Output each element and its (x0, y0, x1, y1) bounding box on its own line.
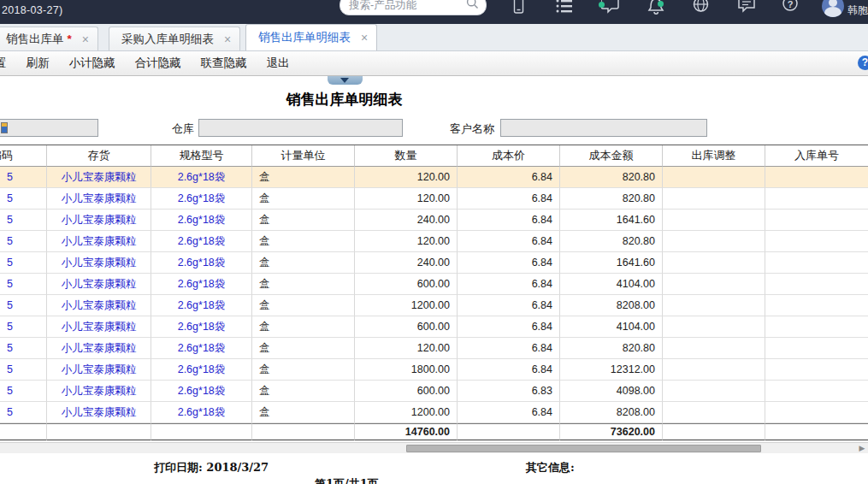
table-cell-link[interactable]: 小儿宝泰康颗粒 (47, 295, 151, 316)
table-cell: 1641.60 (560, 252, 663, 274)
table-cell-link[interactable]: 小儿宝泰康颗粒 (47, 274, 151, 295)
settings-button[interactable]: 置 (0, 54, 10, 73)
table-cell: 盒 (252, 359, 355, 381)
table-cell-link[interactable]: 小儿宝泰康颗粒 (47, 252, 151, 274)
table-cell: 240.00 (355, 252, 458, 274)
table-cell-link[interactable]: 小儿宝泰康颗粒 (47, 167, 151, 188)
table-row[interactable]: 5小儿宝泰康颗粒2.6g*18袋盒1200.006.848208.00 (0, 402, 868, 423)
tab-sales-outbound-detail[interactable]: 销售出库单明细表 × (245, 24, 377, 50)
table-row[interactable]: 5小儿宝泰康颗粒2.6g*18袋盒600.006.844104.00 (0, 316, 868, 338)
table-cell: 盒 (252, 231, 355, 252)
mobile-icon[interactable] (512, 0, 525, 15)
table-cell-link[interactable]: 小儿宝泰康颗粒 (47, 359, 151, 381)
message-badge (599, 2, 605, 8)
globe-icon[interactable] (693, 0, 709, 15)
table-row[interactable]: 5小儿宝泰康颗粒2.6g*18袋盒240.006.841641.60 (0, 252, 868, 274)
table-cell-link[interactable]: 小儿宝泰康颗粒 (47, 231, 151, 252)
warehouse-input[interactable] (198, 119, 403, 137)
tab-close-icon[interactable]: × (361, 31, 368, 44)
table-cell-link[interactable]: 5 (0, 316, 47, 338)
user-avatar[interactable] (822, 0, 844, 17)
search-input[interactable]: 搜索-产品功能 (349, 0, 466, 13)
table-cell: 盒 (252, 188, 355, 210)
table-cell (765, 231, 868, 252)
search-box[interactable]: 搜索-产品功能 (340, 0, 487, 15)
horizontal-scrollbar[interactable]: ▶ (0, 442, 868, 453)
scrollbar-right-arrow-icon[interactable]: ▶ (857, 444, 867, 453)
table-cell-link[interactable]: 小儿宝泰康颗粒 (47, 402, 151, 423)
table-row[interactable]: 5小儿宝泰康颗粒2.6g*18袋盒120.006.84820.80 (0, 188, 868, 210)
user-name[interactable]: 韩胞 (847, 3, 868, 18)
table-cell-link[interactable]: 5 (0, 359, 47, 381)
table-row[interactable]: 5小儿宝泰康颗粒2.6g*18袋盒600.006.834098.00 (0, 381, 868, 402)
table-cell-link[interactable]: 5 (0, 231, 47, 252)
table-cell-link[interactable]: 2.6g*18袋 (151, 359, 252, 381)
lookup-icon (1, 122, 8, 133)
table-cell-link[interactable]: 小儿宝泰康颗粒 (47, 338, 151, 359)
table-cell-link[interactable]: 2.6g*18袋 (151, 231, 252, 252)
table-row[interactable]: 5小儿宝泰康颗粒2.6g*18袋盒1800.006.8412312.00 (0, 359, 868, 381)
table-cell-link[interactable]: 小儿宝泰康颗粒 (47, 316, 151, 338)
table-cell-link[interactable]: 小儿宝泰康颗粒 (47, 381, 151, 402)
table-cell-link[interactable]: 5 (0, 338, 47, 359)
tab-purchase-inbound-detail[interactable]: 采购入库单明细表 × (109, 27, 240, 50)
table-cell-link[interactable]: 2.6g*18袋 (151, 295, 252, 316)
refresh-button[interactable]: 刷新 (23, 54, 53, 73)
table-cell-link[interactable]: 2.6g*18袋 (151, 402, 252, 423)
report-footer: 打印日期: 2018/3/27 其它信息: 第1页/共1页 (0, 453, 868, 484)
table-row[interactable]: 5小儿宝泰康颗粒2.6g*18袋盒240.006.841641.60 (0, 210, 868, 231)
table-cell-link[interactable]: 5 (0, 188, 47, 210)
total-hide-button[interactable]: 合计隐藏 (132, 54, 185, 73)
table-row[interactable]: 5小儿宝泰康颗粒2.6g*18袋盒120.006.84820.80 (0, 167, 868, 188)
table-cell-link[interactable]: 5 (0, 210, 47, 231)
search-icon[interactable] (466, 0, 479, 13)
table-cell-link[interactable]: 5 (0, 252, 47, 274)
help-icon[interactable]: ? (782, 0, 798, 15)
notification-bell-icon[interactable] (647, 0, 664, 15)
tab-sales-outbound-order[interactable]: 销售出库单 * × (0, 27, 98, 50)
table-row[interactable]: 5小儿宝泰康颗粒2.6g*18袋盒1200.006.848208.00 (0, 295, 868, 316)
table-cell: 盒 (252, 338, 355, 359)
table-cell-link[interactable]: 5 (0, 295, 47, 316)
table-cell-link[interactable]: 2.6g*18袋 (151, 274, 252, 295)
table-cell-link[interactable]: 小儿宝泰康颗粒 (47, 210, 151, 231)
tab-close-icon[interactable]: × (224, 32, 231, 46)
table-cell: 盒 (252, 295, 355, 316)
subtotal-hide-button[interactable]: 小计隐藏 (66, 54, 119, 73)
table-cell-link[interactable]: 2.6g*18袋 (151, 252, 252, 274)
scrollbar-thumb[interactable] (406, 445, 761, 452)
table-cell: 4104.00 (560, 274, 663, 295)
exit-button[interactable]: 退出 (263, 54, 293, 73)
table-cell-link[interactable]: 2.6g*18袋 (151, 338, 252, 359)
table-cell-link[interactable]: 2.6g*18袋 (151, 381, 252, 402)
table-cell: 1800.00 (355, 359, 458, 381)
table-cell-link[interactable]: 小儿宝泰康颗粒 (47, 188, 151, 210)
table-cell-link[interactable]: 2.6g*18袋 (151, 210, 252, 231)
date-filter-input[interactable] (0, 119, 98, 137)
linkquery-hide-button[interactable]: 联查隐藏 (198, 54, 251, 73)
feedback-icon[interactable] (738, 0, 755, 15)
table-row[interactable]: 5小儿宝泰康颗粒2.6g*18袋盒600.006.844104.00 (0, 274, 868, 295)
table-cell-link[interactable]: 2.6g*18袋 (151, 167, 252, 188)
table-cell-link[interactable]: 5 (0, 274, 47, 295)
table-cell: 600.00 (355, 316, 458, 338)
tab-close-icon[interactable]: × (82, 32, 89, 46)
table-header-cell: 编码 (0, 145, 47, 167)
table-cell: 6.84 (458, 210, 560, 231)
table-row[interactable]: 5小儿宝泰康颗粒2.6g*18袋盒120.006.84820.80 (0, 231, 868, 252)
table-cell-link[interactable]: 5 (0, 167, 47, 188)
table-cell-link[interactable]: 5 (0, 381, 47, 402)
total-cell (0, 423, 47, 440)
table-header-cell: 数量 (355, 145, 458, 167)
message-icon[interactable] (601, 0, 620, 15)
table-cell-link[interactable]: 5 (0, 402, 47, 423)
collapse-handle[interactable] (328, 76, 363, 85)
period-date-text: 2018-03-27) (2, 4, 62, 16)
toolbar-help-icon[interactable]: ? (858, 56, 868, 70)
table-cell: 8208.00 (560, 402, 663, 423)
table-cell-link[interactable]: 2.6g*18袋 (151, 316, 252, 338)
table-cell-link[interactable]: 2.6g*18袋 (151, 188, 252, 210)
customer-name-input[interactable] (500, 119, 707, 137)
menu-list-icon[interactable] (556, 0, 573, 15)
table-row[interactable]: 5小儿宝泰康颗粒2.6g*18袋盒120.006.84820.80 (0, 338, 868, 359)
